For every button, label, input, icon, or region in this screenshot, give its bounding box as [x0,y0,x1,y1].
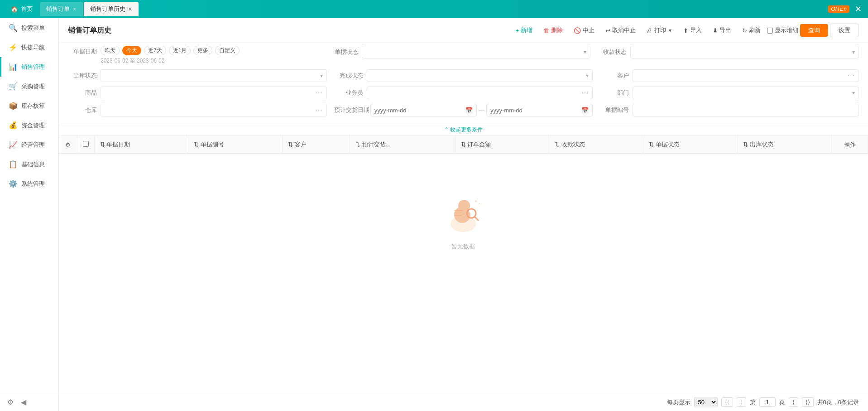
tab-home[interactable]: 🏠 首页 [5,2,39,16]
salesperson-input[interactable]: ··· [367,87,593,99]
date-today[interactable]: 今天 [122,46,141,55]
stop-button[interactable]: 🚫 中止 [569,24,599,36]
sidebar-item-search-menu-label: 搜索菜单 [21,24,45,32]
expected-delivery-start-input[interactable] [374,107,464,114]
payment-status-label: 收款状态 [598,48,630,56]
cancel-stop-button[interactable]: ↩ 取消中止 [601,24,640,36]
warehouse-input[interactable]: ··· [101,104,327,116]
sidebar-item-operations-label: 经营管理 [21,141,45,149]
date-label: 单据日期 [68,46,101,56]
calendar-end-icon: 📅 [581,107,589,114]
col-payment-status[interactable]: ⇅ 收款状态 [549,136,643,154]
date-custom[interactable]: 自定义 [215,46,240,55]
svg-point-9 [475,200,477,202]
col-outbound-status[interactable]: ⇅ 出库状态 [738,136,832,154]
sidebar-item-search-menu[interactable]: 🔍 搜索菜单 [0,18,58,38]
import-icon: ⬆ [683,27,688,34]
query-button[interactable]: 查询 [800,24,828,37]
date-more[interactable]: 更多 [193,46,212,55]
col-customer[interactable]: ⇅ 客户 [283,136,350,154]
col-expected-delivery[interactable]: ⇅ 预计交货... [350,136,455,154]
settings-bottom-icon[interactable]: ⚙ [7,398,14,406]
expected-delivery-end[interactable]: 📅 [486,104,593,116]
sidebar-item-sales[interactable]: 📊 销售管理 [0,57,58,77]
svg-point-5 [469,211,470,213]
tab-sales-order-close[interactable]: ✕ [72,6,77,12]
sidebar-item-quick-nav[interactable]: ⚡ 快捷导航 [0,38,58,57]
department-input[interactable]: ▾ [633,87,859,99]
completion-status-label: 完成状态 [334,72,367,80]
completion-status-input[interactable]: ▾ [367,69,593,82]
page-number-input[interactable] [759,397,776,407]
date-7days[interactable]: 近7天 [144,46,166,55]
sidebar-item-system-label: 系统管理 [21,180,45,188]
page-title: 销售订单历史 [68,26,111,35]
tab-sales-order[interactable]: 销售订单 ✕ [40,2,83,16]
order-no-input[interactable] [633,104,859,116]
often-badge: OfTEn [828,5,849,13]
date-1month[interactable]: 近1月 [169,46,191,55]
sidebar-item-capital[interactable]: 💰 资金管理 [0,116,58,135]
export-button[interactable]: ⬇ 导出 [708,24,736,36]
expected-delivery-start[interactable]: 📅 [370,104,477,116]
new-button[interactable]: + 新增 [511,24,537,36]
col-amount-sort-icon: ⇅ [461,141,468,148]
col-order-status[interactable]: ⇅ 单据状态 [643,136,738,154]
next-page-button[interactable]: ⟩ [789,397,798,407]
col-settings[interactable]: ⚙ [59,136,77,154]
col-date[interactable]: ⇅ 单据日期 [94,136,188,154]
order-no-text-input[interactable] [637,107,855,114]
collapse-bar[interactable]: ⌃ 收起更多条件 [59,124,868,136]
top-bar: 🏠 首页 销售订单 ✕ 销售订单历史 ✕ OfTEn ✕ [0,0,868,18]
customer-input[interactable]: ··· [633,69,859,82]
content-area: 销售订单历史 + 新增 🗑 删除 🚫 中止 ↩ 取消中止 [59,18,868,411]
sidebar-bottom: ⚙ ◀ [0,393,58,411]
date-yesterday[interactable]: 昨天 [101,46,120,55]
outbound-status-input[interactable]: ▾ [101,69,327,82]
page-size-select[interactable]: 50 100 200 [694,397,718,407]
last-page-button[interactable]: ⟩⟩ [802,397,814,407]
sidebar-item-inventory-label: 库存核算 [21,102,45,110]
date-quick-btns: 昨天 今天 近7天 近1月 更多 自定义 [101,46,322,55]
col-checkbox[interactable] [77,136,94,154]
sidebar-item-basic-info[interactable]: 📋 基础信息 [0,155,58,174]
orders-table: ⚙ ⇅ 单据日期 ⇅ 单据编号 [59,136,868,269]
operations-icon: 📈 [9,140,18,149]
select-all-checkbox[interactable] [83,141,89,147]
col-orderno-sort-icon: ⇅ [194,141,201,148]
settings-gear-icon[interactable]: ⚙ [65,141,71,148]
window-close-button[interactable]: ✕ [853,4,863,14]
total-records-text: 共0页，0条记录 [817,398,859,406]
refresh-button[interactable]: ↻ 刷新 [738,24,765,36]
sidebar-item-quick-nav-label: 快捷导航 [21,44,45,52]
show-cols-checkbox[interactable] [767,28,773,34]
expected-delivery-end-input[interactable] [490,107,580,114]
page-go-label: 第 [750,398,756,406]
empty-text: 暂无数据 [451,242,475,251]
delete-button[interactable]: 🗑 删除 [539,24,567,36]
col-amount[interactable]: ⇅ 订单金额 [455,136,549,154]
sidebar-item-purchase[interactable]: 🛒 采购管理 [0,77,58,96]
order-status-input[interactable]: ▾ [362,46,590,58]
first-page-button[interactable]: ⟨⟨ [721,397,733,407]
sidebar-item-operations[interactable]: 📈 经营管理 [0,135,58,155]
tab-sales-order-history-close[interactable]: ✕ [128,6,132,12]
payment-status-input[interactable]: ▾ [630,46,859,58]
settings-button[interactable]: 设置 [830,24,859,37]
tab-sales-order-label: 销售订单 [46,5,70,13]
home-icon: 🏠 [11,6,18,13]
product-input[interactable]: ··· [101,87,327,99]
system-icon: ⚙️ [9,179,18,188]
tab-sales-order-history[interactable]: 销售订单历史 ✕ [84,2,139,16]
svg-point-11 [477,198,478,199]
sidebar-item-sales-label: 销售管理 [21,63,45,71]
print-button[interactable]: 🖨 打印 ▼ [642,24,677,36]
prev-page-button[interactable]: ⟨ [737,397,746,407]
show-cols-wrap[interactable]: 显示暗细 [767,26,798,34]
collapse-icon[interactable]: ◀ [21,398,26,406]
sidebar-item-inventory[interactable]: 📦 库存核算 [0,96,58,116]
department-arrow-icon: ▾ [852,90,855,96]
import-button[interactable]: ⬆ 导入 [679,24,706,36]
sidebar-item-system[interactable]: ⚙️ 系统管理 [0,174,58,193]
col-order-no[interactable]: ⇅ 单据编号 [188,136,283,154]
